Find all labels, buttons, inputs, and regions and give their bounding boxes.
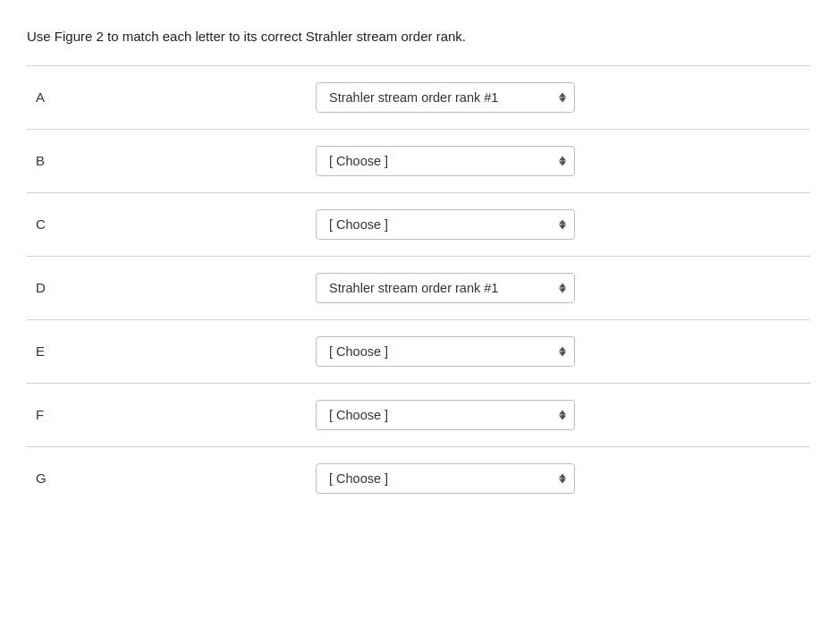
select-wrapper-f: [ Choose ]Strahler stream order rank #1S… (316, 400, 575, 430)
select-f[interactable]: [ Choose ]Strahler stream order rank #1S… (316, 400, 575, 430)
table-row: G[ Choose ]Strahler stream order rank #1… (27, 446, 810, 510)
select-cell-a: [ Choose ]Strahler stream order rank #1S… (80, 65, 810, 129)
question-table: A[ Choose ]Strahler stream order rank #1… (27, 65, 810, 510)
letter-label-e: E (27, 319, 80, 383)
select-d[interactable]: [ Choose ]Strahler stream order rank #1S… (316, 273, 575, 303)
select-cell-f: [ Choose ]Strahler stream order rank #1S… (80, 383, 810, 446)
letter-label-g: G (27, 446, 80, 510)
select-wrapper-b: [ Choose ]Strahler stream order rank #1S… (316, 146, 575, 176)
select-wrapper-c: [ Choose ]Strahler stream order rank #1S… (316, 209, 575, 240)
select-wrapper-a: [ Choose ]Strahler stream order rank #1S… (316, 82, 575, 113)
table-row: F[ Choose ]Strahler stream order rank #1… (27, 383, 810, 446)
select-wrapper-g: [ Choose ]Strahler stream order rank #1S… (316, 463, 575, 494)
table-row: B[ Choose ]Strahler stream order rank #1… (27, 129, 810, 192)
letter-label-a: A (27, 65, 80, 129)
select-wrapper-e: [ Choose ]Strahler stream order rank #1S… (316, 336, 575, 367)
select-c[interactable]: [ Choose ]Strahler stream order rank #1S… (316, 209, 575, 240)
select-cell-e: [ Choose ]Strahler stream order rank #1S… (80, 319, 810, 383)
select-a[interactable]: [ Choose ]Strahler stream order rank #1S… (316, 82, 575, 113)
letter-label-d: D (27, 256, 80, 319)
select-cell-c: [ Choose ]Strahler stream order rank #1S… (80, 192, 810, 256)
letter-label-c: C (27, 192, 80, 256)
select-cell-b: [ Choose ]Strahler stream order rank #1S… (80, 129, 810, 192)
select-cell-g: [ Choose ]Strahler stream order rank #1S… (80, 446, 810, 510)
table-row: A[ Choose ]Strahler stream order rank #1… (27, 65, 810, 129)
select-b[interactable]: [ Choose ]Strahler stream order rank #1S… (316, 146, 575, 176)
letter-label-f: F (27, 383, 80, 446)
select-cell-d: [ Choose ]Strahler stream order rank #1S… (80, 256, 810, 319)
table-row: C[ Choose ]Strahler stream order rank #1… (27, 192, 810, 256)
table-row: E[ Choose ]Strahler stream order rank #1… (27, 319, 810, 383)
select-g[interactable]: [ Choose ]Strahler stream order rank #1S… (316, 463, 575, 494)
select-e[interactable]: [ Choose ]Strahler stream order rank #1S… (316, 336, 575, 367)
table-row: D[ Choose ]Strahler stream order rank #1… (27, 256, 810, 319)
instructions-text: Use Figure 2 to match each letter to its… (27, 27, 810, 47)
select-wrapper-d: [ Choose ]Strahler stream order rank #1S… (316, 273, 575, 303)
letter-label-b: B (27, 129, 80, 192)
